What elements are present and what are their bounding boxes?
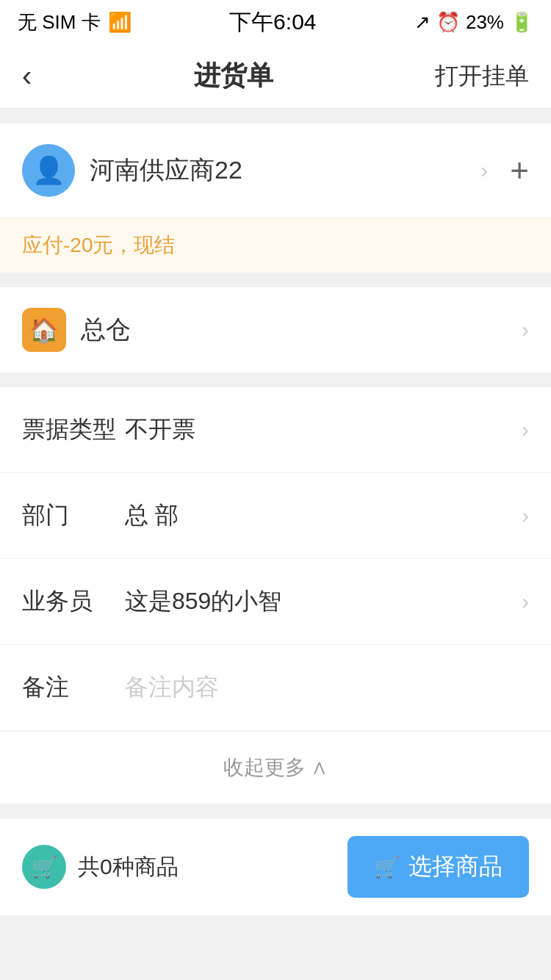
carrier-text: 无 SIM 卡 bbox=[18, 10, 101, 35]
wifi-icon: 📶 bbox=[108, 11, 132, 34]
time-display: 下午6:04 bbox=[229, 7, 316, 37]
remark-input[interactable]: 备注内容 bbox=[125, 671, 529, 704]
background-fill bbox=[0, 915, 551, 980]
department-row[interactable]: 部门 总 部 › bbox=[0, 473, 551, 559]
invoice-type-value: 不开票 bbox=[125, 414, 522, 446]
warehouse-row[interactable]: 🏠 总仓 › bbox=[0, 287, 551, 372]
battery-text: 23% bbox=[466, 11, 504, 34]
remark-row[interactable]: 备注 备注内容 bbox=[0, 645, 551, 731]
warehouse-icon-wrap: 🏠 bbox=[22, 308, 66, 352]
notice-banner: 应付-20元，现结 bbox=[0, 218, 551, 273]
warehouse-name: 总仓 bbox=[81, 313, 522, 347]
select-product-icon: 🛒 bbox=[374, 855, 400, 879]
page-title: 进货单 bbox=[194, 58, 273, 94]
department-label: 部门 bbox=[22, 500, 125, 532]
supplier-name: 河南供应商22 bbox=[90, 154, 480, 187]
invoice-type-row[interactable]: 票据类型 不开票 › bbox=[0, 387, 551, 473]
status-left: 无 SIM 卡 📶 bbox=[18, 10, 132, 35]
chevron-right-icon: › bbox=[480, 158, 488, 183]
open-pending-button[interactable]: 打开挂单 bbox=[435, 60, 529, 93]
status-bar: 无 SIM 卡 📶 下午6:04 ↗ ⏰ 23% 🔋 bbox=[0, 0, 551, 44]
warehouse-icon: 🏠 bbox=[29, 316, 59, 344]
battery-icon: 🔋 bbox=[510, 11, 533, 34]
alarm-icon: ⏰ bbox=[436, 11, 460, 34]
department-chevron-icon: › bbox=[522, 503, 529, 528]
warehouse-chevron-icon: › bbox=[522, 317, 529, 342]
select-product-label: 选择商品 bbox=[408, 851, 503, 883]
nav-bar: ‹ 进货单 打开挂单 bbox=[0, 44, 551, 109]
collapse-button[interactable]: 收起更多 ∧ bbox=[0, 731, 551, 804]
back-button[interactable]: ‹ bbox=[22, 60, 32, 93]
department-value: 总 部 bbox=[125, 500, 522, 532]
status-right: ↗ ⏰ 23% 🔋 bbox=[414, 11, 533, 34]
product-count-text: 共0种商品 bbox=[78, 852, 179, 882]
supplier-row[interactable]: 👤 河南供应商22 › + bbox=[0, 123, 551, 218]
location-icon: ↗ bbox=[414, 11, 431, 34]
person-icon: 👤 bbox=[32, 155, 65, 186]
invoice-type-chevron-icon: › bbox=[522, 417, 529, 442]
salesperson-row[interactable]: 业务员 这是859的小智 › bbox=[0, 559, 551, 645]
invoice-type-label: 票据类型 bbox=[22, 414, 125, 446]
salesperson-label: 业务员 bbox=[22, 586, 125, 618]
select-product-button[interactable]: 🛒 选择商品 bbox=[347, 836, 529, 898]
cart-icon: 🛒 bbox=[32, 855, 57, 879]
warehouse-section: 🏠 总仓 › bbox=[0, 287, 551, 372]
add-supplier-button[interactable]: + bbox=[510, 152, 529, 189]
remark-label: 备注 bbox=[22, 671, 125, 704]
avatar: 👤 bbox=[22, 144, 75, 197]
salesperson-chevron-icon: › bbox=[522, 589, 529, 614]
divider-1 bbox=[0, 109, 551, 123]
product-count-wrap: 🛒 共0种商品 bbox=[22, 845, 179, 889]
salesperson-value: 这是859的小智 bbox=[125, 586, 522, 618]
collapse-label: 收起更多 ∧ bbox=[223, 754, 328, 782]
form-section: 票据类型 不开票 › 部门 总 部 › 业务员 这是859的小智 › 备注 备注… bbox=[0, 387, 551, 804]
product-icon-wrap: 🛒 bbox=[22, 845, 66, 889]
bottom-bar: 🛒 共0种商品 🛒 选择商品 bbox=[0, 818, 551, 915]
